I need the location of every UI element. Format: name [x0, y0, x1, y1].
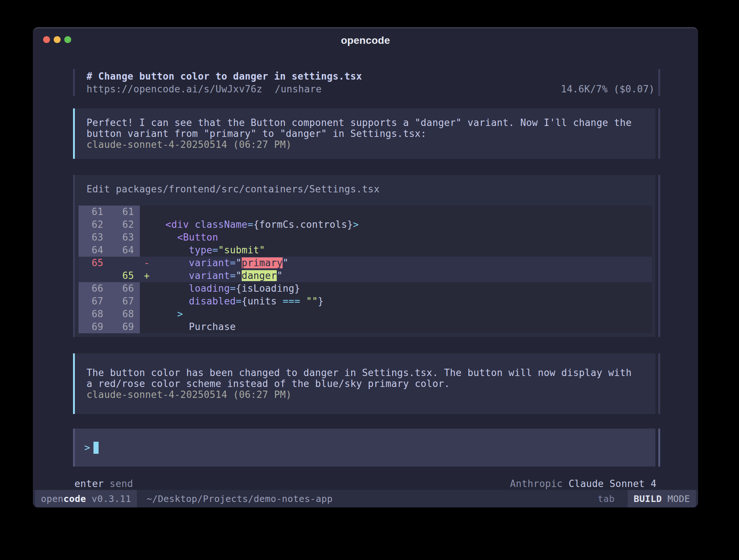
build-mode-chip: BUILD MODE	[628, 490, 696, 507]
code-token: disabled	[189, 296, 236, 307]
token-usage: 14.6K/7% ($0.07)	[561, 83, 655, 95]
window-title: opencode	[33, 35, 698, 46]
input-right-border	[658, 429, 660, 467]
enter-key-hint: enter	[74, 477, 104, 490]
code-token: variant	[189, 270, 230, 281]
code-token: <div	[165, 219, 189, 230]
message-meta: claude-sonnet-4-20250514 (06:27 PM)	[87, 389, 647, 400]
footer: enter send Anthropic Claude Sonnet 4	[33, 470, 698, 490]
diff-new-line-number: 68	[105, 308, 140, 321]
titlebar: opencode	[33, 28, 698, 51]
message-line: a red/rose color scheme instead of the b…	[87, 378, 647, 389]
tab-key-hint: tab	[598, 494, 614, 504]
diff-row: 6666 loading={isLoading}	[79, 282, 652, 295]
message-text: The button color has been changed to dan…	[87, 367, 647, 389]
share-url[interactable]: https://opencode.ai/s/UwJxv76z	[87, 83, 263, 95]
diff-gutter: 6969	[79, 321, 140, 333]
diff-gutter: 6868	[79, 308, 140, 321]
model-label: Claude Sonnet 4	[568, 477, 656, 490]
mode-secondary: MODE	[662, 494, 690, 504]
app-name-chip: opencode v0.3.11	[35, 490, 137, 507]
code-token: >	[177, 308, 183, 319]
code-token	[300, 296, 306, 307]
code-token	[154, 308, 177, 319]
edit-tool-block: Edit packages/frontend/src/containers/Se…	[73, 175, 660, 337]
diff-old-line-number: 66	[79, 282, 105, 295]
edit-right-border	[658, 175, 660, 337]
code-token: ===	[283, 296, 300, 307]
assistant-message: The button color has been changed to dan…	[73, 353, 660, 414]
diff-code: <Button	[154, 231, 652, 244]
code-token	[154, 296, 189, 307]
code-token: danger	[242, 270, 277, 281]
code-token: =	[230, 283, 236, 294]
code-token: <Button	[177, 232, 218, 243]
mode-primary: BUILD	[633, 494, 662, 504]
app-version: v0.3.11	[86, 494, 131, 504]
diff-gutter: 65	[79, 269, 140, 282]
code-token: variant	[189, 257, 230, 268]
code-token	[154, 245, 189, 256]
code-token: "	[236, 257, 242, 268]
diff-marker: -	[140, 257, 154, 269]
diff-marker	[140, 295, 154, 308]
session-header: # Change button color to danger in setti…	[73, 69, 660, 96]
app-window: opencode # Change button color to danger…	[33, 27, 698, 507]
text-cursor	[93, 442, 99, 454]
prompt-input[interactable]: >	[73, 429, 660, 467]
diff-old-line-number: 67	[79, 295, 105, 308]
diff-new-line-number: 65	[105, 269, 140, 282]
diff-code: loading={isLoading}	[154, 282, 652, 295]
diff-row: 6464 type="submit"	[79, 244, 652, 257]
diff-row: 6161	[79, 206, 652, 218]
diff-old-line-number: 62	[79, 218, 105, 231]
diff-new-line-number: 63	[105, 231, 140, 244]
diff-new-line-number: 61	[105, 206, 140, 218]
diff-old-line-number: 69	[79, 321, 105, 333]
diff-new-line-number: 64	[105, 244, 140, 257]
diff-row: 6868 >	[79, 308, 652, 321]
diff-new-line-number: 62	[105, 218, 140, 231]
code-token: =	[230, 257, 236, 268]
diff-row: 6767 disabled={units === ""}	[79, 295, 652, 308]
code-token: "	[283, 257, 288, 268]
edit-action-label: Edit	[87, 184, 116, 195]
app-name-regular: open	[41, 494, 64, 504]
diff-code: Purchase	[154, 321, 652, 333]
diff-code: variant="primary"	[154, 257, 652, 269]
code-token: {isLoading}	[236, 283, 300, 294]
diff-new-line-number: 67	[105, 295, 140, 308]
code-token: {formCs.controls}	[253, 219, 353, 230]
diff-marker	[140, 321, 154, 333]
diff-gutter: 65	[79, 257, 140, 269]
code-token	[154, 257, 189, 268]
code-token: type	[189, 245, 212, 256]
status-bar: opencode v0.3.11 ~/Desktop/Projects/demo…	[33, 490, 698, 507]
diff-gutter: 6363	[79, 231, 140, 244]
message-right-border	[658, 108, 660, 159]
code-token	[154, 232, 177, 243]
code-token: "	[236, 270, 242, 281]
diff-new-line-number	[105, 257, 140, 269]
diff-old-line-number: 68	[79, 308, 105, 321]
edit-file-path: packages/frontend/src/containers/Setting…	[116, 184, 379, 195]
unshare-action[interactable]: /unshare	[275, 83, 322, 95]
code-token: >	[353, 219, 359, 230]
diff-gutter: 6161	[79, 206, 140, 218]
diff-code	[154, 206, 652, 218]
assistant-message: Perfect! I can see that the Button compo…	[73, 108, 660, 159]
diff-code: variant="danger"	[154, 269, 652, 282]
diff-row: 6969 Purchase	[79, 321, 652, 333]
diff-marker	[140, 231, 154, 244]
code-token: "submit"	[218, 245, 265, 256]
app-name-bold: code	[64, 494, 86, 504]
diff-new-line-number: 66	[105, 282, 140, 295]
diff-code: type="submit"	[154, 244, 652, 257]
diff-code: >	[154, 308, 652, 321]
diff-code: <div className={formCs.controls}>	[154, 218, 652, 231]
diff-gutter: 6767	[79, 295, 140, 308]
message-text: Perfect! I can see that the Button compo…	[87, 117, 647, 139]
diff: 61616262 <div className={formCs.controls…	[79, 206, 652, 333]
message-line: Perfect! I can see that the Button compo…	[87, 117, 647, 128]
code-token: =	[236, 296, 242, 307]
